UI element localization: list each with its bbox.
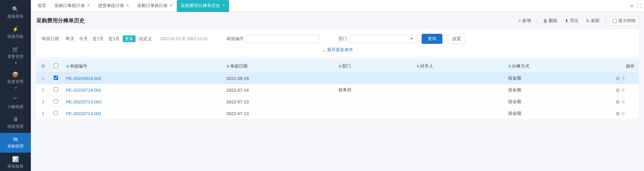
tab-label-home: 首页 [38,3,46,9]
add-button[interactable]: + 新增 [517,16,533,25]
row-doc-num[interactable]: PE-20220919-002 [62,73,222,84]
sidebar-label-ecommerce: 电商管理 [7,124,23,130]
row-checkbox-cell [50,108,62,119]
row-doc-num[interactable]: PE-20220714-001 [62,84,222,96]
view-icon[interactable]: ⊞ [616,76,620,81]
expand-more-btn[interactable]: ⌄ 展开更多条件 [42,47,633,53]
sidebar-item-search[interactable]: 🔍搜索菜单 [0,3,31,23]
shortcut-more[interactable]: 更多 [123,35,136,42]
sort-icon-doc-num[interactable]: ⇅ [66,64,69,68]
shortcut-yesterday[interactable]: 昨天 [64,35,76,42]
row-checkbox-cell [50,84,62,96]
tab-close-purchase-order-stats[interactable]: ✕ [87,3,90,8]
sidebar-label-retail: 零售管理 [7,54,23,60]
filter-row-1: 单据日期 昨天 今天 近7天 近1月 更多 自定义 2022-01-01 至 2… [42,33,633,44]
table-container: ⚙ ⇅单据编号 ⇅单据日期 ⇅部门 [36,60,639,119]
tab-purchase-order-exec[interactable]: 采购订单执行表✕ [133,0,177,12]
tab-label-incoming-stats: 进货单统计表 [98,3,124,9]
row-dept [334,108,413,119]
table-row: 1 PE-20220919-002 2022-09-19 按金额 ⊞ ⁞⁞ [36,73,639,84]
row-dept: 财务部 [334,84,413,96]
row-split-method: 按金额 [504,108,612,119]
sidebar-item-ecommerce[interactable]: 🖥电商管理 [0,113,31,133]
col-header-handler: ⇅经手人 [413,60,504,73]
export-button[interactable]: ⬆ 导出 [563,16,581,25]
tab-close-purchase-fee-history[interactable]: ✕ [222,3,225,8]
column-settings-icon[interactable]: ⚙ [41,63,45,69]
row-doc-date: 2022-07-13 [222,108,334,119]
col-header-action: 操作 [612,60,639,73]
sidebar-item-shortcut[interactable]: ⚡快捷导航 [0,23,31,43]
more-icon[interactable]: ⁞⁞ [622,76,625,81]
row-checkbox[interactable] [54,99,58,103]
dept-filter: 部门 [338,35,416,43]
sort-icon-handler[interactable]: ⇅ [417,64,420,68]
date-shortcuts: 昨天 今天 近7天 近1月 更多 自定义 [64,35,153,42]
row-actions: ⊞ ⁞⁞ [612,108,639,119]
filter-settings-button[interactable]: 设置 [448,33,465,44]
tab-label-purchase-order-exec: 采购订单执行表 [137,3,168,9]
table-row: 4 PE-20220713-001 2022-07-13 按金额 ⊞ ⁞⁞ [36,108,639,119]
expand-chevron-icon: ⌄ [322,48,326,53]
row-doc-num[interactable]: PE-20220713-001 [62,108,222,119]
row-index: 1 [36,73,50,84]
tab-purchase-fee-history[interactable]: 采购费用分摊单历史✕ [177,0,229,12]
shortcut-today[interactable]: 今天 [78,35,89,42]
sort-icon-dept[interactable]: ⇅ [338,64,341,68]
refresh-button[interactable]: ↻ 刷新 [584,16,602,25]
row-split-method: 按金额 [504,84,612,96]
sidebar: 🔍搜索菜单⚡快捷导航🛒零售管理▾📦批发管理▾📱小畅电商🖥电商管理🛍采购管理📊库存… [0,0,31,171]
row-doc-num[interactable]: PE-20220713-003 [62,96,222,108]
sort-icon-split-method[interactable]: ⇅ [508,64,511,68]
doc-num-label: 单据编号 [226,36,244,42]
sort-icon-doc-date[interactable]: ⇅ [226,64,229,68]
show-cols-button[interactable]: 显示明细 [609,16,639,25]
row-doc-date: 2022-07-14 [222,84,334,96]
purchase-icon: 🛍 [13,136,18,142]
filter-area: 单据日期 昨天 今天 近7天 近1月 更多 自定义 2022-01-01 至 2… [36,29,639,57]
view-icon[interactable]: ⊞ [616,99,620,104]
view-icon[interactable]: ⊞ [616,111,620,116]
delete-button[interactable]: 🗑 删除 [541,16,559,25]
dept-select[interactable] [349,35,416,43]
more-icon[interactable]: ⁞⁞ [622,99,625,104]
close-window-icon[interactable]: ✕ [630,3,634,9]
more-icon[interactable]: ⁞⁞ [622,111,625,116]
tab-incoming-stats[interactable]: 进货单统计表✕ [94,0,133,12]
select-all-checkbox[interactable] [54,64,58,68]
tab-purchase-order-stats[interactable]: 采购订单统计表✕ [50,0,94,12]
show-cols-checkbox[interactable] [612,19,617,23]
inventory-icon: 📊 [12,156,19,162]
maximize-icon[interactable]: ⛶ [637,3,641,9]
doc-num-input[interactable] [246,35,320,43]
tab-close-purchase-order-exec[interactable]: ✕ [170,3,173,8]
sidebar-item-mobile[interactable]: 📱小畅电商 [0,93,31,113]
dept-label: 部门 [338,36,347,42]
tab-close-incoming-stats[interactable]: ✕ [126,3,129,8]
row-split-method: 按金额 [504,73,612,84]
sidebar-label-wholesale: 批发管理 [7,79,23,85]
col-header-dept: ⇅部门 [334,60,413,73]
sidebar-item-inventory[interactable]: 📊库存核算 [0,153,31,171]
row-dept [334,73,413,84]
row-checkbox[interactable] [54,87,58,92]
row-checkbox[interactable] [54,111,58,115]
sidebar-item-retail[interactable]: 🛒零售管理▾ [0,43,31,68]
row-handler [413,108,504,119]
row-checkbox[interactable] [54,76,58,80]
sidebar-item-purchase[interactable]: 🛍采购管理 [0,133,31,153]
shortcut-1month[interactable]: 近1月 [107,35,121,42]
shortcut-7days[interactable]: 近7天 [91,35,105,42]
tab-home[interactable]: 首页 [34,0,50,12]
row-checkbox-cell [50,73,62,84]
sidebar-label-purchase: 采购管理 [7,144,23,149]
refresh-icon: ↻ [586,18,590,23]
view-icon[interactable]: ⊞ [616,87,620,93]
sidebar-item-wholesale[interactable]: 📦批发管理▾ [0,68,31,93]
shortcut-custom[interactable]: 自定义 [138,35,153,42]
tab-label-purchase-order-stats: 采购订单统计表 [54,3,85,9]
query-button[interactable]: 查询 [422,34,442,44]
page-header: 采购费用分摊单历史 + 新增 | 🗑 删除 ⬆ 导出 ↻ 刷新 | [36,16,639,25]
more-icon[interactable]: ⁞⁞ [622,87,625,93]
retail-icon: 🛒 [12,46,19,53]
